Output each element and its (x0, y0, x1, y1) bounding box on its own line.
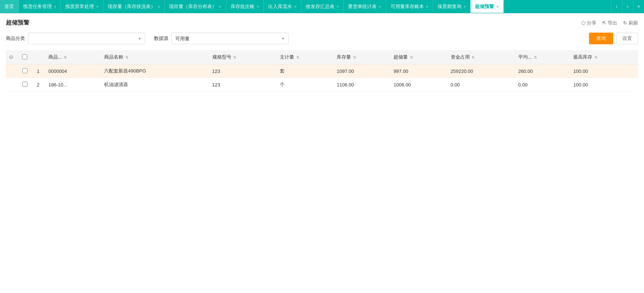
refresh-icon: ↻ (623, 20, 627, 26)
export-button[interactable]: ⇱ 导出 (602, 20, 617, 26)
row-num: 2 (31, 78, 45, 92)
row-avg: 0.00 (515, 78, 570, 92)
col-max-stock[interactable]: 最高库存 ⇅ (570, 50, 638, 64)
category-select[interactable] (28, 33, 145, 44)
header-actions: ⬡ 分享 ⇱ 导出 ↻ 刷新 (581, 20, 638, 26)
share-icon: ⬡ (581, 20, 585, 26)
filter-group-datasource: 数据源 可用量 (154, 33, 289, 44)
row-overstock-qty: 1006.00 (391, 78, 447, 92)
nav-tab-inventory-batch[interactable]: 库存批次账 × (226, 0, 264, 13)
nav-tab-inventory-status[interactable]: 现存量（库存状况表） × (103, 0, 165, 13)
row-spec: 123 (209, 64, 277, 78)
sort-icon: ⇅ (125, 55, 128, 59)
filter-row: 商品分类 数据源 可用量 查询 设置 (6, 33, 638, 44)
nav-tab-abnormal[interactable]: 拣货异常处理 × (61, 0, 103, 13)
row-avg: 260.00 (515, 64, 570, 78)
row-max-stock: 100.00 (570, 78, 638, 92)
sort-icon: ⇅ (534, 55, 537, 59)
datasource-label: 数据源 (154, 35, 168, 42)
row-checkbox[interactable] (22, 82, 28, 87)
col-product-code[interactable]: 商品... ⇅ (45, 50, 101, 64)
refresh-button[interactable]: ↻ 刷新 (623, 20, 638, 26)
nav-arrow-right[interactable]: › (622, 0, 633, 13)
col-checkbox[interactable] (19, 50, 31, 64)
row-num: 1 (31, 64, 45, 78)
sort-icon: ⇅ (410, 55, 413, 59)
row-capital-usage: 0.00 (448, 78, 516, 92)
table-row: 2 186-10... 机油滤清器 123 个 1106.00 1006.00 … (6, 78, 638, 92)
table-header-row: ⚙ 商品... ⇅ 商品名称 ⇅ 规格型号 ⇅ (6, 50, 638, 64)
nav-tab-overstock-alert[interactable]: 超储预警 × (471, 0, 503, 13)
close-icon[interactable]: × (337, 4, 339, 9)
row-capital-usage: 259220.00 (448, 64, 516, 78)
row-checkbox-cell[interactable] (19, 78, 31, 92)
row-stock-qty: 1106.00 (334, 78, 391, 92)
nav-tab-quality-period[interactable]: 保质期查询 × (433, 0, 471, 13)
sort-icon: ⇅ (472, 55, 475, 59)
sort-icon: ⇅ (64, 55, 67, 59)
row-spec: 123 (209, 78, 277, 92)
row-max-stock: 100.00 (570, 64, 638, 78)
col-overstock-qty[interactable]: 超储量 ⇅ (391, 50, 447, 64)
gear-icon[interactable]: ⚙ (9, 54, 14, 60)
col-spec[interactable]: 规格型号 ⇅ (209, 50, 277, 64)
col-capital-usage[interactable]: 资金占用 ⇅ (448, 50, 516, 64)
data-table: ⚙ 商品... ⇅ 商品名称 ⇅ 规格型号 ⇅ (6, 50, 638, 92)
row-overstock-qty: 997.00 (391, 64, 447, 78)
datasource-select[interactable]: 可用量 (171, 33, 289, 44)
close-icon[interactable]: × (158, 4, 160, 9)
col-settings[interactable]: ⚙ (6, 50, 19, 64)
row-unit: 套 (277, 64, 334, 78)
nav-tab-inventory-dist[interactable]: 现存量（库存分布表） × (165, 0, 226, 13)
row-unit: 个 (277, 78, 334, 92)
sort-icon: ⇅ (233, 55, 236, 59)
nav-tab-collect-summary[interactable]: 收发存汇总表 × (301, 0, 344, 13)
category-select-wrapper (28, 33, 145, 44)
page-container: 超储预警 ⬡ 分享 ⇱ 导出 ↻ 刷新 商品分类 (0, 13, 644, 293)
page-title: 超储预警 (6, 19, 29, 27)
row-product-name: 机油滤清器 (101, 78, 209, 92)
nav-tab-task-mgmt[interactable]: 拣货任务管理 × (19, 0, 61, 13)
row-checkbox[interactable] (22, 68, 28, 73)
row-checkbox-cell[interactable] (19, 64, 31, 78)
close-icon[interactable]: × (96, 4, 98, 9)
col-unit[interactable]: 主计量 ⇅ (277, 50, 334, 64)
close-icon[interactable]: × (379, 4, 381, 9)
filter-group-category: 商品分类 (6, 33, 145, 44)
page-header: 超储预警 ⬡ 分享 ⇱ 导出 ↻ 刷新 (6, 19, 638, 27)
nav-tab-home[interactable]: 首页 (0, 0, 19, 13)
share-button[interactable]: ⬡ 分享 (581, 20, 596, 26)
close-icon[interactable]: × (496, 4, 498, 9)
select-all-checkbox[interactable] (22, 54, 27, 59)
sort-icon: ⇅ (296, 55, 299, 59)
close-icon[interactable]: × (294, 4, 296, 9)
close-icon[interactable]: × (54, 4, 56, 9)
sort-icon: ⇅ (594, 55, 597, 59)
filter-actions: 查询 设置 (589, 33, 638, 44)
close-icon[interactable]: × (464, 4, 466, 9)
datasource-select-wrapper: 可用量 (171, 33, 289, 44)
settings-button[interactable]: 设置 (616, 33, 638, 44)
col-avg[interactable]: 平均... ⇅ (515, 50, 570, 64)
sort-icon: ⇅ (353, 55, 356, 59)
nav-arrow-close[interactable]: × (633, 0, 644, 13)
col-stock-qty[interactable]: 库存量 ⇅ (334, 50, 391, 64)
row-product-code: 186-10... (45, 78, 101, 92)
top-nav: 首页 拣货任务管理 × 拣货异常处理 × 现存量（库存状况表） × 现存量（库存… (0, 0, 644, 13)
nav-tab-inout-flow[interactable]: 出入库流水 × (264, 0, 301, 13)
row-product-code: 0000004 (45, 64, 101, 78)
category-label: 商品分类 (6, 35, 25, 42)
close-icon[interactable]: × (219, 4, 221, 9)
row-settings-cell (6, 64, 19, 78)
col-product-name[interactable]: 商品名称 ⇅ (101, 50, 209, 64)
nav-arrow-left[interactable]: ‹ (611, 0, 622, 13)
row-stock-qty: 1097.00 (334, 64, 391, 78)
close-icon[interactable]: × (257, 4, 259, 9)
query-button[interactable]: 查询 (589, 33, 613, 44)
row-product-name: 六配套新昌490BPG (101, 64, 209, 78)
close-icon[interactable]: × (426, 4, 428, 9)
export-icon: ⇱ (602, 20, 606, 26)
nav-tab-usable-account[interactable]: 可用量库存账本 × (386, 0, 433, 13)
col-num (31, 50, 45, 64)
nav-tab-order-stats[interactable]: 要货单统计表 × (344, 0, 386, 13)
